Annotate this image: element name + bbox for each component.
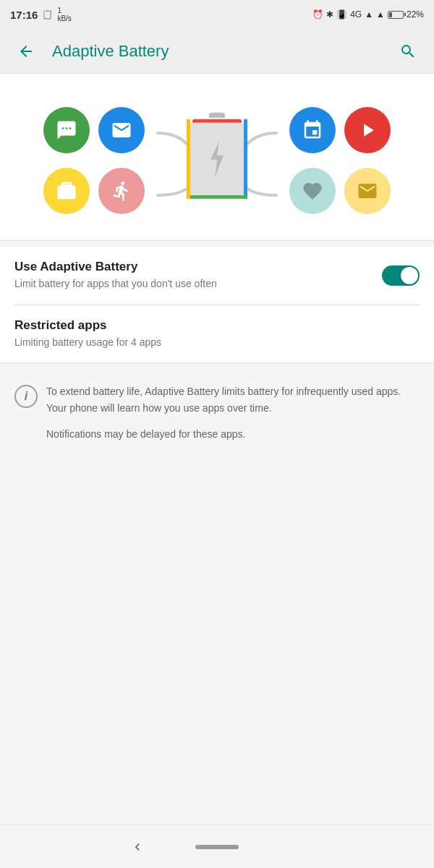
info-text: To extend battery life, Adaptive Battery… [46,383,420,442]
app-icon-fitness [98,168,145,214]
section-divider-1 [0,240,434,241]
settings-section: Use Adaptive Battery Limit battery for a… [0,247,434,362]
illustration-section [0,74,434,240]
page-title: Adaptive Battery [52,42,382,61]
battery-status-icon [388,11,404,19]
vibrate-icon: 📳 [336,9,347,20]
adaptive-battery-text: Use Adaptive Battery Limit battery for a… [14,260,382,292]
app-icon-media [344,107,391,153]
nav-home-pill[interactable] [195,845,239,849]
status-time: 17:16 [10,9,38,21]
restricted-apps-title: Restricted apps [14,318,411,333]
signal-icon: ▲ [365,9,373,20]
info-paragraph-2: Notifications may be delayed for these a… [46,426,420,442]
app-icon-calendar [289,107,336,153]
info-icon: i [14,385,38,408]
data-speed: 1kB/s [57,7,71,22]
info-section: i To extend battery life, Adaptive Batte… [0,369,434,456]
bluetooth-icon: ✱ [326,9,333,20]
restricted-apps-item[interactable]: Restricted apps Limiting battery usage f… [0,305,434,363]
section-divider-2 [0,362,434,363]
status-bar: 17:16 📋 1kB/s ⏰ ✱ 📳 4G ▲ ▲ 22% [0,0,434,29]
battery-icon-center [187,119,247,199]
app-bar: Adaptive Battery [0,29,434,74]
status-right: ⏰ ✱ 📳 4G ▲ ▲ 22% [312,9,424,20]
info-paragraph-1: To extend battery life, Adaptive Battery… [46,383,420,416]
battery-pct: 22% [407,9,424,20]
sim-icon: 📋 [42,9,53,20]
nav-back-button[interactable] [123,833,152,861]
app-icon-mail [98,107,145,153]
app-icon-messaging [43,107,90,153]
navigation-bar [0,825,434,868]
illustration-wrapper [29,95,405,226]
signal2-icon: ▲ [376,9,385,20]
app-icon-message2 [344,168,391,214]
status-left: 17:16 📋 1kB/s [10,7,72,22]
app-icon-health [289,168,336,214]
restricted-apps-text: Restricted apps Limiting battery usage f… [14,318,420,350]
app-icon-work [43,168,90,214]
adaptive-battery-title: Use Adaptive Battery [14,260,373,274]
adaptive-battery-toggle[interactable] [382,265,420,286]
adaptive-battery-subtitle: Limit battery for apps that you don't us… [14,277,373,292]
alarm-icon: ⏰ [312,9,323,20]
back-button[interactable] [12,37,41,66]
network-icon: 4G [350,9,362,20]
battery-fill [389,12,392,17]
adaptive-battery-item[interactable]: Use Adaptive Battery Limit battery for a… [0,247,434,305]
search-button[interactable] [393,37,422,66]
restricted-apps-subtitle: Limiting battery usage for 4 apps [14,336,411,350]
toggle-knob [401,267,418,284]
